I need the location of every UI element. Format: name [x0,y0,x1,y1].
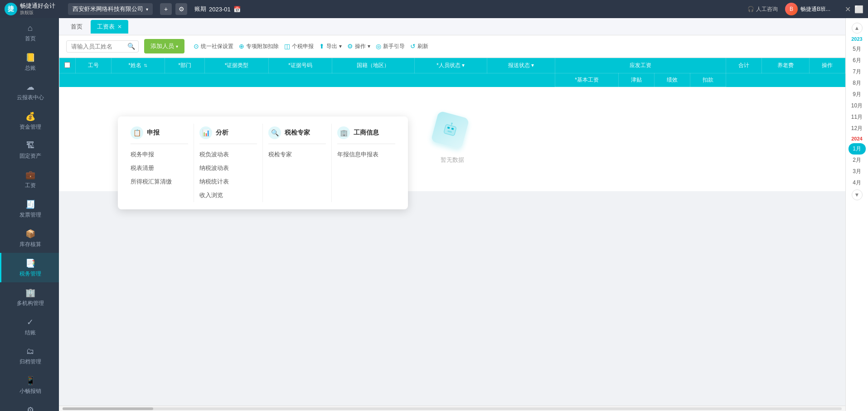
sidebar-item-inventory[interactable]: 📦 库存核算 [0,223,59,253]
sidebar-item-close-period[interactable]: ✓ 结账 [0,312,59,341]
user-info[interactable]: B 畅捷通B班... [785,3,830,15]
link-tax-stats[interactable]: 纳税统计表 [199,175,257,189]
link-tax-expert[interactable]: 税检专家 [268,148,326,161]
month-2-2024[interactable]: 2月 [849,155,866,166]
gongshang-cat-label: 工商信息 [354,129,379,137]
shenqbao-cat-label: 申报 [147,129,160,137]
sidebar-item-multi-org[interactable]: 🏢 多机构管理 [0,282,59,312]
sidebar-label-assets: 固定资产 [19,152,41,160]
app-name: 畅捷通好会计 [20,2,55,10]
header-actions: + ⚙ [160,3,187,15]
link-income-browse[interactable]: 收入浏览 [199,189,257,202]
sidebar-item-archive[interactable]: 🗂 归档管理 [0,341,59,370]
link-tax-fluctuation[interactable]: 纳税波动表 [199,161,257,175]
month-7[interactable]: 7月 [849,66,866,77]
user-name: 畅捷通B班... [800,5,830,13]
sidebar-item-settings[interactable]: ⚙ 基础设置 [0,400,59,411]
restore-icon[interactable]: ⬜ [854,5,863,14]
month-1-2024[interactable]: 1月 [849,143,866,155]
sidebar-item-invoice[interactable]: 🧾 发票管理 [0,194,59,223]
special-deduction-action[interactable]: ⊕ 专项附加扣除 [239,43,279,50]
social-insurance-action[interactable]: ⊙ 统一社保设置 [194,43,233,50]
robot-svg [439,119,461,141]
period-value: 2023-01 [209,6,231,13]
inventory-icon: 📦 [25,229,35,239]
close-icon[interactable]: ✕ [845,5,851,14]
filter-icon[interactable]: ▾ [462,62,465,68]
sidebar-item-fund[interactable]: 💰 资金管理 [0,106,59,135]
settings-icon[interactable]: ⚙ [175,3,187,15]
month-8[interactable]: 8月 [849,77,866,89]
invoice-icon: 🧾 [25,199,35,209]
sidebar-item-ledger[interactable]: 📒 总账 [0,47,59,77]
empty-icon [434,114,470,150]
link-tax-report[interactable]: 税务申报 [131,148,188,161]
link-tax-burden[interactable]: 税负波动表 [199,148,257,161]
fenxi-cat-label: 分析 [216,129,228,137]
add-icon[interactable]: + [160,3,172,15]
app-version: 旗舰版 [20,10,55,16]
table-header-row1: 工号 *姓名 ⇅ *部门 *证据类型 *证据号码 国籍（地区） *人员状态 ▾ [59,58,845,73]
ledger-icon: 📒 [25,53,35,63]
month-11[interactable]: 11月 [849,111,866,123]
month-6[interactable]: 6月 [849,55,866,66]
th-base-salary: *基本工资 [555,73,618,87]
add-person-button[interactable]: 添加人员 ▾ [144,39,184,53]
month-12[interactable]: 12月 [849,123,866,134]
tax-report-label: 个税申报 [292,43,314,50]
sidebar-item-tax[interactable]: 📑 税务管理 [0,253,59,282]
sidebar: ⌂ 首页 📒 总账 ☁ 云报表中心 💰 资金管理 🏗 固定资产 💼 工资 🧾 发… [0,18,59,411]
month-3-2024[interactable]: 3月 [849,166,866,177]
tab-close-icon[interactable]: ✕ [117,24,122,30]
tab-home[interactable]: 首页 [64,20,89,34]
table-header-row2: *基本工资 津贴 绩效 扣款 [59,73,845,87]
sidebar-item-payroll[interactable]: 💼 工资 [0,164,59,194]
month-5[interactable]: 5月 [849,44,866,55]
month-10[interactable]: 10月 [849,100,866,111]
sidebar-item-expense[interactable]: 📱 小畅报销 [0,370,59,400]
refresh-action[interactable]: ↺ 刷新 [410,43,428,50]
social-label: 统一社保设置 [201,43,233,50]
select-all-checkbox[interactable] [64,62,70,68]
calendar-icon[interactable]: 📅 [233,6,241,13]
tab-payroll[interactable]: 工资表 ✕ [91,20,128,34]
service-button[interactable]: 🎧 人工咨询 [747,5,778,13]
year-2024-label: 2024 [849,134,866,143]
fund-icon: 💰 [25,111,35,121]
company-selector[interactable]: 西安虾米网络科技有限公司 ▾ [68,3,153,15]
link-tax-table[interactable]: 税表清册 [131,161,188,175]
operation-action[interactable]: ⚙ 操作 ▾ [347,43,370,50]
sidebar-label-multi-org: 多机构管理 [17,300,44,307]
export-action[interactable]: ⬆ 导出 ▾ [319,43,342,50]
sidebar-label-archive: 归档管理 [19,358,41,366]
month-9[interactable]: 9月 [849,89,866,100]
report-filter-icon[interactable]: ▾ [531,62,534,68]
sidebar-label-close: 结账 [25,329,36,337]
th-name: *姓名 ⇅ [112,58,165,73]
logo-icon: 捷 [5,3,17,15]
cloud-icon: ☁ [26,82,34,92]
link-income-tax-settle[interactable]: 所得税汇算清缴 [131,175,188,189]
sidebar-item-home[interactable]: ⌂ 首页 [0,18,59,47]
add-btn-arrow-icon: ▾ [176,44,178,49]
link-annual-report[interactable]: 年报信息申报表 [337,148,395,161]
guide-action[interactable]: ◎ 新手引导 [376,43,405,50]
tax-report-action[interactable]: ◫ 个税申报 [284,43,314,50]
calendar-up-icon[interactable]: ▲ [852,23,863,34]
gongshang-cat-icon: 🏢 [337,126,350,139]
shenqbao-cat-icon: 📋 [131,126,143,139]
th-allowance: 津贴 [619,73,655,87]
sort-icon[interactable]: ⇅ [144,63,147,68]
refresh-label: 刷新 [417,43,428,50]
sidebar-label-payroll: 工资 [25,182,36,189]
top-header: 捷 畅捷通好会计 旗舰版 西安虾米网络科技有限公司 ▾ + ⚙ 账期 2023-… [0,0,868,18]
sidebar-item-fixed-assets[interactable]: 🏗 固定资产 [0,135,59,164]
service-label: 人工咨询 [756,5,778,13]
calendar-down-icon[interactable]: ▼ [852,189,863,200]
tab-home-label: 首页 [71,23,82,31]
sidebar-item-cloud-report[interactable]: ☁ 云报表中心 [0,77,59,106]
scroll-thumb[interactable] [63,407,153,410]
window-controls: ✕ ⬜ [845,5,863,14]
month-4-2024[interactable]: 4月 [849,177,866,189]
tab-bar: 首页 工资表 ✕ [59,18,845,35]
